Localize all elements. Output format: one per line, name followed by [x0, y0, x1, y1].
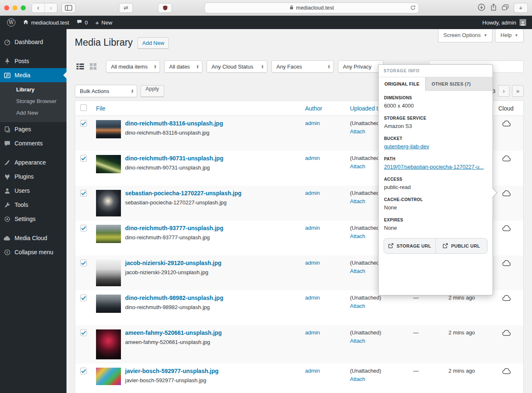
minimize-window-icon[interactable] — [12, 5, 17, 10]
close-window-icon[interactable] — [4, 5, 9, 10]
row-checkbox[interactable] — [80, 190, 87, 196]
row-checkbox[interactable] — [80, 120, 87, 127]
media-thumbnail[interactable] — [96, 190, 121, 216]
media-title-link[interactable]: javier-bosch-592977-unsplash.jpg — [125, 368, 219, 374]
bulk-actions-select[interactable]: Bulk Actions ▲▼ — [75, 85, 137, 97]
sidebar-subitem-storage-browser[interactable]: Storage Browser — [0, 96, 66, 107]
author-link[interactable]: admin — [305, 295, 320, 301]
back-button[interactable]: ‹ — [32, 3, 44, 12]
media-thumbnail[interactable] — [96, 260, 121, 286]
extension-arrows-icon[interactable]: ⇄ — [119, 3, 133, 13]
extension-shield-icon[interactable] — [158, 3, 172, 13]
sidebar-item-pages[interactable]: Pages — [0, 122, 66, 136]
new-tab-button[interactable]: + — [514, 3, 528, 13]
media-thumbnail[interactable] — [96, 155, 121, 173]
media-title-link[interactable]: dino-reichmuth-98982-unsplash.jpg — [125, 295, 223, 301]
author-link[interactable]: admin — [305, 190, 320, 196]
attach-link[interactable]: Attach — [350, 338, 413, 344]
row-checkbox[interactable] — [80, 368, 87, 374]
wp-logo-menu[interactable]: W — [3, 16, 19, 29]
cloud-status-icon[interactable] — [502, 329, 512, 338]
sidebar-item-dashboard[interactable]: Dashboard — [0, 35, 66, 49]
author-link[interactable]: admin — [305, 225, 320, 231]
grid-view-icon[interactable] — [88, 61, 99, 72]
cloud-status-icon[interactable] — [502, 295, 512, 303]
tab-original-file[interactable]: ORIGINAL FILE — [379, 77, 425, 91]
sidebar-item-appearance[interactable]: Appearance — [0, 155, 66, 169]
sidebar-item-media-cloud[interactable]: Media Cloud — [0, 231, 66, 245]
media-thumbnail[interactable] — [96, 368, 121, 385]
attach-link[interactable]: Attach — [350, 376, 413, 382]
privacy-filter[interactable]: Any Privacy ▲▼ — [338, 60, 384, 73]
author-link[interactable]: admin — [305, 155, 320, 161]
sidebar-item-collapse-menu[interactable]: Collapse menu — [0, 245, 66, 259]
new-content-menu[interactable]: + New — [91, 16, 116, 29]
share-icon[interactable] — [490, 3, 497, 12]
field-value[interactable]: gutenberg-ilab-dev — [384, 143, 487, 150]
media-title-link[interactable]: dino-reichmuth-83116-unsplash.jpg — [125, 120, 223, 127]
media-thumbnail[interactable] — [96, 225, 121, 243]
media-title-link[interactable]: dino-reichmuth-93777-unsplash.jpg — [125, 225, 223, 231]
cloud-status-icon[interactable] — [502, 225, 512, 233]
column-header-author[interactable]: Author — [305, 105, 350, 112]
add-new-button[interactable]: Add New — [138, 37, 169, 49]
address-bar[interactable]: mediacloud.test — [204, 2, 419, 13]
row-checkbox[interactable] — [80, 295, 87, 301]
sidebar-item-tools[interactable]: Tools — [0, 198, 66, 212]
cloud-status-icon[interactable] — [502, 190, 512, 198]
reload-icon[interactable] — [410, 5, 416, 12]
site-menu[interactable]: mediacloud.test — [19, 16, 73, 29]
column-header-file[interactable]: File — [96, 105, 305, 112]
sidebar-item-plugins[interactable]: Plugins — [0, 169, 66, 184]
media-title-link[interactable]: ameen-fahmy-520661-unsplash.jpg — [125, 329, 222, 336]
next-page-button[interactable]: › — [498, 85, 510, 97]
author-link[interactable]: admin — [305, 120, 320, 126]
row-checkbox[interactable] — [80, 155, 87, 162]
row-checkbox[interactable] — [80, 225, 87, 231]
sidebar-item-posts[interactable]: Posts — [0, 54, 66, 68]
forward-button[interactable]: › — [44, 3, 57, 12]
sidebar-item-settings[interactable]: Settings — [0, 212, 66, 226]
list-view-icon[interactable] — [75, 61, 86, 72]
cloud-status-icon[interactable] — [502, 260, 512, 268]
media-thumbnail[interactable] — [96, 120, 121, 138]
public-url-button[interactable]: PUBLIC URL — [436, 238, 488, 253]
author-link[interactable]: admin — [305, 329, 320, 336]
sidebar-subitem-add-new[interactable]: Add New — [0, 107, 66, 119]
my-account-menu[interactable]: Howdy, admin — [483, 19, 529, 26]
field-value[interactable]: 2019/07/sebastian-pociecha-1270227-u... — [384, 164, 487, 170]
row-checkbox[interactable] — [80, 329, 87, 336]
sidebar-subitem-library[interactable]: Library — [0, 84, 66, 96]
tabs-overview-icon[interactable] — [502, 4, 509, 12]
tab-other-sizes[interactable]: OTHER SIZES (7) — [425, 77, 493, 91]
media-title-link[interactable]: jacob-nizierski-29120-unsplash.jpg — [125, 260, 222, 266]
faces-filter[interactable]: Any Faces ▲▼ — [271, 60, 334, 73]
comments-menu[interactable]: 0 — [73, 16, 91, 29]
media-type-filter[interactable]: All media items ▲▼ — [106, 60, 160, 73]
sidebar-item-users[interactable]: Users — [0, 184, 66, 198]
cloud-status-filter[interactable]: Any Cloud Status ▲▼ — [207, 60, 267, 73]
media-thumbnail[interactable] — [96, 329, 121, 359]
apply-button[interactable]: Apply — [140, 85, 164, 97]
date-filter[interactable]: All dates ▲▼ — [164, 60, 202, 73]
cloud-status-icon[interactable] — [502, 155, 512, 163]
media-title-link[interactable]: dino-reichmuth-90731-unsplash.jpg — [125, 155, 223, 162]
cloud-status-icon[interactable] — [502, 368, 512, 376]
downloads-icon[interactable] — [478, 3, 485, 12]
author-link[interactable]: admin — [305, 368, 320, 374]
media-title-link[interactable]: sebastian-pociecha-1270227-unsplash.jpg — [125, 190, 241, 196]
select-all-checkbox[interactable] — [80, 104, 87, 111]
help-tab[interactable]: Help ▼ — [495, 29, 524, 42]
storage-url-button[interactable]: STORAGE URL — [384, 238, 436, 253]
cloud-status-icon[interactable] — [502, 120, 512, 128]
sidebar-item-comments[interactable]: Comments — [0, 136, 66, 150]
maximize-window-icon[interactable] — [21, 5, 26, 10]
last-page-button[interactable]: » — [512, 85, 524, 97]
screen-options-tab[interactable]: Screen Options ▼ — [438, 29, 493, 42]
media-thumbnail[interactable] — [96, 295, 121, 313]
sidebar-toggle-icon[interactable] — [62, 3, 76, 13]
sidebar-item-media[interactable]: Media — [0, 68, 66, 82]
attach-link[interactable]: Attach — [350, 303, 413, 309]
row-checkbox[interactable] — [80, 260, 87, 266]
author-link[interactable]: admin — [305, 260, 320, 266]
